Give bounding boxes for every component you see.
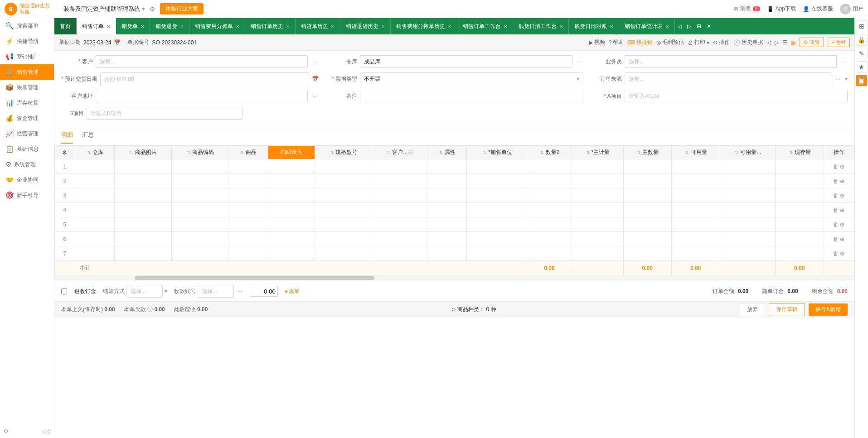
th-unit[interactable]: ⇅*销售单位: [467, 146, 527, 159]
online-service-btn[interactable]: 👤 在线客服: [803, 5, 833, 13]
copy-row-btn[interactable]: ⊕: [840, 236, 844, 242]
save-new-btn[interactable]: 保存&新增: [809, 303, 848, 316]
th-main-unit[interactable]: ⇅*主计量: [572, 146, 623, 159]
sidebar-item-enterprise[interactable]: 🤝 企业协同: [0, 172, 54, 188]
delete-row-btn[interactable]: 🗑: [833, 207, 839, 213]
tab-next-btn[interactable]: ▷: [684, 18, 694, 34]
a-project-input[interactable]: [625, 90, 848, 102]
tab-daily-reconcile[interactable]: 钱货日清对账 ✕: [569, 18, 619, 34]
tab-summary[interactable]: 汇总: [82, 131, 94, 144]
customer-address-input[interactable]: [96, 90, 308, 102]
delete-row-btn[interactable]: 🗑: [833, 236, 839, 242]
order-source-input[interactable]: 选择...: [625, 72, 831, 85]
calendar-icon[interactable]: 📅: [114, 39, 121, 46]
delete-row-btn[interactable]: 🗑: [833, 164, 839, 170]
delete-row-btn[interactable]: 🗑: [833, 178, 839, 184]
scroll-bar-row[interactable]: [54, 275, 854, 281]
save-draft-btn[interactable]: 保存草稿: [769, 303, 805, 316]
sidebar-item-purchase[interactable]: 📦 采购管理: [0, 80, 54, 95]
prev-page-btn[interactable]: ◁: [767, 39, 771, 46]
address-ellipsis-btn[interactable]: ···: [310, 93, 319, 99]
tab-daily-workbench[interactable]: 钱货日清工作台 ✕: [513, 18, 569, 34]
th-stock[interactable]: ⇅现存量: [776, 146, 824, 159]
shortcut-btn[interactable]: ⌨ 快捷键: [627, 39, 653, 46]
delete-row-btn[interactable]: 🗑: [833, 250, 839, 257]
right-panel-btn-grid[interactable]: ⊞: [856, 20, 868, 32]
delete-row-btn[interactable]: 🗑: [833, 193, 839, 199]
warehouse-ellipsis-btn[interactable]: ···: [575, 58, 583, 65]
th-attr[interactable]: ⇅属性: [427, 146, 467, 159]
discard-btn[interactable]: 放弃: [740, 303, 765, 316]
tab-close-icon[interactable]: ✕: [504, 24, 507, 29]
copy-row-btn[interactable]: ⊕: [840, 193, 844, 199]
sidebar-quick-nav[interactable]: ⚡ 快捷导航: [0, 34, 54, 49]
th-image[interactable]: ⇅商品图片: [114, 146, 171, 159]
sidebar-item-inventory[interactable]: 📊 库存核算: [0, 95, 54, 111]
tab-sales-stats[interactable]: 销售订单统计表 ✕: [619, 18, 675, 34]
salesperson-input[interactable]: 选择...: [625, 55, 837, 68]
settings-icon[interactable]: ⚙: [4, 428, 9, 434]
account-select[interactable]: 选择...: [198, 285, 234, 298]
copy-row-btn[interactable]: ⊕: [840, 221, 844, 228]
tab-close-icon[interactable]: ✕: [448, 24, 451, 29]
remarks-input[interactable]: [360, 90, 583, 102]
th-warehouse[interactable]: ⇅仓库: [75, 146, 114, 159]
sidebar-item-system[interactable]: ⚙ 系统管理: [0, 157, 54, 172]
tab-sales-return[interactable]: 销货退货 ✕: [150, 18, 189, 34]
copy-row-btn[interactable]: ⊕: [840, 250, 844, 257]
system-title[interactable]: 装备及固定资产辅助管理系统 ▾: [63, 5, 145, 13]
tab-sales-invoice[interactable]: 销货单 ✕: [116, 18, 150, 34]
invoice-type-select[interactable]: 不开票 ▾: [360, 72, 583, 85]
tab-close-icon[interactable]: ✕: [141, 24, 144, 29]
th-scan[interactable]: 扫码录入: [268, 146, 315, 159]
tab-close-icon[interactable]: ✕: [610, 24, 613, 29]
th-product[interactable]: ⇅商品: [228, 146, 268, 159]
right-panel-btn-clipboard[interactable]: 📋: [856, 75, 868, 87]
list-view-btn[interactable]: ☰: [782, 39, 787, 46]
profit-btn[interactable]: ◎ 毛利预估: [656, 39, 684, 46]
next-page-btn[interactable]: ▷: [775, 39, 779, 46]
tab-close-icon[interactable]: ✕: [180, 24, 184, 29]
tab-close-icon[interactable]: ✕: [559, 24, 563, 29]
th-customer-code[interactable]: ⇅客户...ⓘ: [372, 146, 427, 159]
th-available[interactable]: ⇅可用量: [672, 146, 720, 159]
tab-close-icon[interactable]: ✕: [286, 24, 290, 29]
print-btn[interactable]: 🖨 打印 ▾: [688, 39, 709, 46]
calendar-icon[interactable]: 📅: [312, 76, 319, 82]
tab-close-icon[interactable]: ✕: [331, 24, 335, 29]
payment-method-select[interactable]: 选择...: [126, 285, 163, 298]
industry-btn[interactable]: 体验行业方案: [160, 3, 204, 14]
tab-close-icon[interactable]: ✕: [107, 24, 110, 29]
tab-more-btn[interactable]: ⊟: [694, 18, 704, 34]
sidebar-search[interactable]: 🔍 搜索菜单: [0, 18, 54, 34]
tab-invoice-history[interactable]: 销货单历史 ✕: [296, 18, 340, 34]
add-btn[interactable]: ● 添加: [285, 288, 300, 295]
tab-close-icon[interactable]: ✕: [236, 24, 239, 29]
message-btn[interactable]: ✉ 消息 9: [734, 5, 760, 13]
th-settings[interactable]: ⚙: [55, 146, 75, 159]
amount-input[interactable]: [251, 286, 278, 297]
sidebar-item-basic-info[interactable]: 📋 基础信息: [0, 141, 54, 157]
customer-ellipsis-btn[interactable]: ···: [310, 58, 319, 65]
tab-close-all-btn[interactable]: ✕: [704, 18, 714, 34]
collapse-sidebar-btn[interactable]: ◁◁: [42, 428, 50, 434]
th-available2[interactable]: ⇅可用量...: [720, 146, 775, 159]
th-qty2[interactable]: ⇅数量2: [527, 146, 572, 159]
sidebar-item-marketing[interactable]: 📢 营销推广: [0, 49, 54, 64]
sidebar-item-tutorial[interactable]: 🎯 新手引导: [0, 188, 54, 203]
sidebar-item-operations[interactable]: 📈 经营管理: [0, 126, 54, 141]
action-btn[interactable]: ⊙ 操作: [713, 39, 730, 46]
tab-sales-order[interactable]: 销售订单 ✕: [77, 18, 116, 34]
th-main-qty[interactable]: ⇅主数量: [623, 146, 672, 159]
tab-return-history[interactable]: 销货退货历史 ✕: [340, 18, 391, 34]
b-project-input[interactable]: [87, 107, 242, 120]
tab-close-icon[interactable]: ✕: [665, 24, 669, 29]
add-material-btn[interactable]: + 物料: [828, 38, 850, 47]
gear-icon[interactable]: ⚙: [150, 5, 155, 13]
tab-prev-btn[interactable]: ◁: [675, 18, 684, 34]
view-video-btn[interactable]: ▶ 视频: [589, 39, 605, 46]
tab-order-workbench[interactable]: 销售订单工作台 ✕: [457, 18, 513, 34]
tab-sales-order-history[interactable]: 销售订单历史 ✕: [245, 18, 296, 34]
help-btn[interactable]: ? 帮助: [609, 39, 624, 46]
order-source-ellipsis-btn[interactable]: ···: [834, 76, 842, 82]
